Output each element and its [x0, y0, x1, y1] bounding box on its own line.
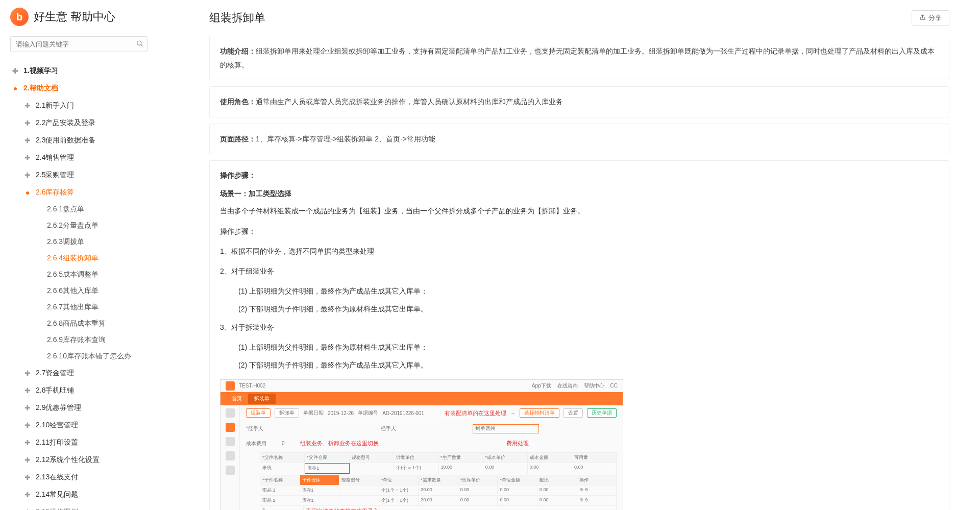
nav-2-5[interactable]: ✚2.5采购管理	[22, 166, 148, 184]
nav-2-7[interactable]: ✚2.7资金管理	[22, 365, 148, 382]
nav-2-6-7[interactable]: 2.6.7其他出库单	[47, 299, 148, 315]
share-label: 分享	[928, 13, 942, 22]
ss-red-note-4: 无固定清单的直接在这里录入	[306, 508, 379, 510]
step-2-2: (2) 下部明细为子件明细，最终作为原材料生成其它出库单。	[220, 303, 939, 315]
plus-icon: ✚	[23, 508, 32, 510]
step-3-2: (2) 下部明细为子件明细，最终作为产成品生成其它入库单。	[220, 359, 939, 372]
plus-icon: ✚	[23, 404, 32, 412]
ss-operator2-label: 经手人	[381, 425, 396, 432]
plus-icon: ✚	[23, 439, 32, 447]
step-2: 2、对于组装业务	[220, 265, 939, 278]
step-1: 1、根据不同的业务，选择不同单据的类型来处理	[220, 245, 939, 258]
nav-2-13[interactable]: ✚2.13在线支付	[22, 469, 148, 486]
nav-docs[interactable]: ●2.帮助文档	[10, 80, 148, 97]
ss-tab-doc: 拆装单	[248, 394, 276, 404]
nav-2-1[interactable]: ✚2.1新手入门	[22, 97, 148, 114]
step-3: 3、对于拆装业务	[220, 321, 939, 334]
ss-icon	[226, 451, 235, 460]
plus-icon: ✚	[23, 136, 32, 144]
plus-icon: ✚	[23, 473, 32, 481]
ss-ref-box: 到单选用	[473, 424, 539, 433]
steps-title: 操作步骤：	[220, 171, 939, 180]
nav-2-6-5[interactable]: 2.6.5成本调整单	[47, 266, 148, 283]
nav-2-8[interactable]: ✚2.8手机旺铺	[22, 382, 148, 399]
page-title: 组装拆卸单	[209, 10, 265, 26]
share-icon	[919, 14, 926, 22]
search-box	[10, 36, 148, 52]
nav-2-6-9[interactable]: 2.6.9库存账本查询	[47, 332, 148, 348]
nav-2-6-8[interactable]: 2.6.8商品成本重算	[47, 315, 148, 332]
ss-icon	[226, 466, 235, 475]
share-button[interactable]: 分享	[912, 10, 949, 26]
scenario-title: 场景一：加工类型选择	[220, 189, 939, 199]
nav-list: ✚1.视频学习 ●2.帮助文档 ✚2.1新手入门 ✚2.2产品安装及登录 ✚2.…	[10, 62, 148, 510]
ss-icon	[226, 423, 235, 432]
plus-icon: ✚	[23, 386, 32, 395]
ss-pill-disassemble: 拆卸单	[275, 408, 299, 418]
nav-2-6-10[interactable]: 2.6.10库存账本错了怎么办	[47, 348, 148, 365]
sidebar: b 好生意 帮助中心 ✚1.视频学习 ●2.帮助文档 ✚2.1新手入门 ✚2.2…	[0, 0, 158, 510]
step-2-1: (1) 上部明细为父件明细，最终作为产成品生成其它入库单；	[220, 285, 939, 298]
plus-icon: ✚	[23, 102, 32, 110]
nav-2-10[interactable]: ✚2.10经营管理	[22, 417, 148, 434]
nav-2-14[interactable]: ✚2.14常见问题	[22, 486, 148, 503]
ss-pill-bom: 选择物料清单	[520, 408, 559, 418]
ss-docno-label: 单据编号	[358, 409, 378, 417]
nav-2-3[interactable]: ✚2.3使用前数据准备	[22, 132, 148, 149]
ss-cost-value: 0	[282, 441, 285, 446]
plus-icon: ✚	[11, 67, 19, 75]
ss-notes-row: 成本费用 0 组装业务、拆卸业务在这里切换 费用处理	[240, 436, 623, 450]
search-input[interactable]	[10, 36, 148, 52]
content-header: 组装拆卸单 分享	[209, 10, 949, 26]
ss-cost-label: 成本费用	[246, 440, 266, 447]
nav-2-6[interactable]: ●2.6库存核算	[22, 184, 148, 201]
nav-video[interactable]: ✚1.视频学习	[10, 62, 148, 80]
logo-row: b 好生意 帮助中心	[10, 8, 148, 26]
nav-2-11[interactable]: ✚2.11打印设置	[22, 434, 148, 451]
path-card: 页面路径：1、库存核算->库存管理->组装拆卸单 2、首页->常用功能	[209, 124, 949, 155]
ss-help-link: 帮助中心	[584, 382, 604, 390]
ss-icon	[226, 437, 235, 446]
ss-pill-assemble: 组装单	[246, 408, 271, 418]
nav-2-4[interactable]: ✚2.4销售管理	[22, 149, 148, 166]
minus-icon: ●	[11, 84, 19, 92]
ss-child-table: *子件名称 子件仓库 规格型号 *单位 *需求数量 *出库单价 *单位金额 配比…	[260, 475, 617, 510]
ss-fields-row: *经手人 经手人 到单选用	[240, 421, 623, 436]
nav-2-6-3[interactable]: 2.6.3调拨单	[47, 234, 148, 250]
ss-btn-setting: 设置	[564, 408, 583, 418]
ss-red-note-1: 有装配清单的在这里处理	[445, 409, 506, 417]
logo-icon: b	[10, 8, 29, 26]
plus-icon: ✚	[23, 491, 32, 499]
nav-2-6-2[interactable]: 2.6.2分量盘点单	[47, 217, 148, 234]
path-text: 1、库存核算->库存管理->组装拆卸单 2、首页->常用功能	[256, 135, 435, 143]
ss-topbar: TEST-H002 App下载 在线咨询 帮助中心 CC	[220, 380, 623, 392]
ss-date-label: 单据日期	[303, 409, 324, 417]
ss-parent-table: *父件名称 *父件仓库 规格型号 计量单位 *生产数量 *成本单价 成本金额 可…	[260, 452, 617, 474]
search-icon[interactable]	[136, 40, 143, 48]
nav-2-2[interactable]: ✚2.2产品安装及登录	[22, 114, 148, 132]
content: 组装拆卸单 分享 功能介绍：组装拆卸单用来处理企业组装或拆卸等加工业务，支持有固…	[158, 0, 980, 510]
plus-icon: ✚	[23, 369, 32, 377]
nav-2-6-4[interactable]: 2.6.4组装拆卸单	[47, 250, 148, 266]
nav-2-12[interactable]: ✚2.12系统个性化设置	[22, 451, 148, 469]
ss-app-link: App下载	[532, 382, 551, 390]
role-label: 使用角色：	[220, 98, 256, 106]
nav-2-15[interactable]: ✚2.15操作案例	[22, 503, 148, 510]
ss-logo-icon	[226, 381, 235, 391]
nav-2-6-6[interactable]: 2.6.6其他入库单	[47, 283, 148, 299]
ss-toolbar: 组装单 拆卸单 单据日期 2019-12-26 单据编号 AD-20191226…	[240, 405, 623, 421]
ss-date-value: 2019-12-26	[328, 410, 354, 416]
nav-2-9[interactable]: ✚2.9优惠券管理	[22, 399, 148, 417]
ss-operator-label: 经手人	[248, 426, 263, 431]
plus-icon: ✚	[23, 456, 32, 464]
nav-2-6-1[interactable]: 2.6.1盘点单	[47, 201, 148, 217]
scenario-desc: 当由多个子件材料组装成一个成品的业务为【组装】业务，当由一个父件拆分成多个子产品…	[220, 205, 939, 217]
steps-section: 操作步骤： 场景一：加工类型选择 当由多个子件材料组装成一个成品的业务为【组装】…	[209, 160, 949, 510]
step-3-1: (1) 上部明细为父件明细，最终作为原材料生成其它出库单；	[220, 341, 939, 354]
ss-online-link: 在线咨询	[557, 382, 578, 390]
path-label: 页面路径：	[220, 135, 256, 143]
minus-icon: ●	[23, 188, 32, 197]
ss-left-icons	[220, 405, 240, 510]
intro-card: 功能介绍：组装拆卸单用来处理企业组装或拆卸等加工业务，支持有固定装配清单的产品加…	[209, 36, 949, 80]
plus-icon: ✚	[23, 171, 32, 179]
